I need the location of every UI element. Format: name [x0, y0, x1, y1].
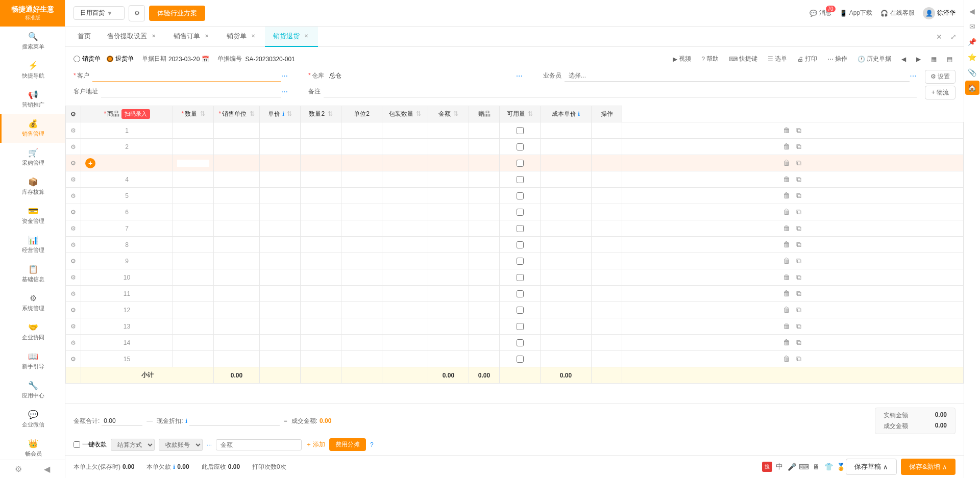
cost-price-cell[interactable] [592, 253, 622, 269]
row-settings-icon[interactable]: ⚙ [70, 160, 76, 167]
sales-unit-cell[interactable] [260, 204, 301, 220]
unit2-cell[interactable] [382, 335, 428, 351]
gift-checkbox[interactable] [517, 323, 524, 330]
quantity-cell[interactable] [214, 351, 260, 367]
radio-return[interactable]: 退货单 [107, 55, 134, 63]
product-cell[interactable] [173, 318, 214, 335]
unit-price-cell[interactable] [301, 351, 341, 367]
amount-cell[interactable] [469, 171, 500, 188]
salesperson-input[interactable] [565, 70, 910, 82]
quantity2-sort-icon[interactable]: ⇅ [328, 110, 333, 117]
available-cell[interactable] [541, 155, 592, 171]
sales-unit-sort-icon[interactable]: ⇅ [250, 110, 255, 117]
customer-dots-icon[interactable]: ··· [281, 71, 288, 81]
pack-qty-cell[interactable] [428, 122, 469, 139]
cost-price-cell[interactable] [592, 335, 622, 351]
copy-row-button[interactable]: ⧉ [794, 207, 804, 217]
unit-price-cell[interactable] [301, 286, 341, 302]
available-cell[interactable] [541, 220, 592, 237]
unit-price-cell[interactable] [301, 253, 341, 269]
fee-split-info-icon[interactable]: ? [370, 441, 374, 448]
right-panel-item-2[interactable]: 📌 [965, 35, 979, 49]
sidebar-item-采购管理[interactable]: 🛒采购管理 [0, 143, 65, 172]
copy-row-button[interactable]: ⧉ [794, 354, 804, 364]
sidebar-item-销售管理[interactable]: 💰销售管理 [0, 114, 65, 143]
quantity-cell[interactable] [214, 188, 260, 204]
prev-record-btn[interactable]: ◀ [898, 54, 909, 64]
row-settings-icon[interactable]: ⚙ [70, 176, 76, 183]
sales-unit-cell[interactable] [260, 286, 301, 302]
sales-unit-cell[interactable] [260, 122, 301, 139]
unit-price-sort-icon[interactable]: ⇅ [287, 110, 292, 117]
copy-row-button[interactable]: ⧉ [794, 191, 804, 201]
gift-checkbox[interactable] [517, 143, 524, 150]
available-cell[interactable] [541, 188, 592, 204]
gift-checkbox[interactable] [517, 225, 524, 232]
pack-qty-sort-icon[interactable]: ⇅ [416, 110, 421, 117]
radio-sale-input[interactable] [74, 56, 80, 62]
product-cell[interactable] [173, 122, 214, 139]
product-cell[interactable] [173, 188, 214, 204]
save-new-button[interactable]: 保存&新增 ∧ [901, 459, 955, 475]
online-service-item[interactable]: 🎧 在线客服 [880, 9, 915, 17]
unit2-cell[interactable] [382, 318, 428, 335]
delete-row-button[interactable]: 🗑 [781, 174, 792, 184]
quantity-cell[interactable] [214, 171, 260, 188]
unit2-cell[interactable] [382, 302, 428, 318]
cost-price-cell[interactable] [592, 188, 622, 204]
unit2-cell[interactable] [382, 171, 428, 188]
account-num-select[interactable]: 收款账号 [159, 439, 203, 451]
unit-price-cell[interactable] [301, 188, 341, 204]
available-cell[interactable] [541, 122, 592, 139]
sales-unit-cell[interactable] [260, 237, 301, 253]
one-key-collect-checkbox[interactable] [74, 441, 80, 448]
sidebar-item-经营管理[interactable]: 📊经营管理 [0, 230, 65, 259]
user-info[interactable]: 👤 徐泽华 [923, 7, 955, 19]
cost-price-info-icon[interactable]: ℹ [578, 111, 580, 117]
radio-sale[interactable]: 销货单 [74, 55, 101, 63]
sidebar-item-基础信息[interactable]: 📋基础信息 [0, 259, 65, 288]
quantity-sort-icon[interactable]: ⇅ [200, 110, 205, 117]
view-table-btn[interactable]: ▤ [944, 54, 955, 64]
pack-qty-cell[interactable] [428, 286, 469, 302]
cost-price-cell[interactable] [592, 122, 622, 139]
tab-4[interactable]: 销货退货✕ [265, 27, 318, 47]
row-settings-icon[interactable]: ⚙ [70, 274, 76, 281]
tab-0[interactable]: 首页 [69, 27, 99, 47]
shortcut-btn[interactable]: ⌨ 快捷键 [726, 53, 761, 65]
settings-action-btn[interactable]: ⚙ 设置 [925, 70, 955, 84]
delete-row-button[interactable]: 🗑 [781, 288, 792, 298]
tab-close-2[interactable]: ✕ [203, 33, 210, 39]
unit-price-cell[interactable] [301, 204, 341, 220]
quantity2-cell[interactable] [341, 188, 382, 204]
amount-cell[interactable] [469, 318, 500, 335]
radio-return-input[interactable] [107, 56, 113, 62]
close-tab-button[interactable]: ✕ [933, 31, 945, 43]
unit-price-cell[interactable] [301, 155, 341, 171]
unit-price-cell[interactable] [301, 318, 341, 335]
customer-address-input[interactable] [101, 86, 281, 97]
pack-qty-cell[interactable] [428, 188, 469, 204]
unit-price-cell[interactable] [301, 220, 341, 237]
experience-button[interactable]: 体验行业方案 [149, 6, 205, 21]
quantity-cell[interactable] [214, 286, 260, 302]
row-settings-icon[interactable]: ⚙ [70, 339, 76, 346]
pack-qty-cell[interactable] [428, 139, 469, 155]
copy-row-button[interactable]: ⧉ [794, 158, 804, 168]
sales-unit-cell[interactable] [260, 220, 301, 237]
amount-cell[interactable] [469, 122, 500, 139]
unit2-cell[interactable] [382, 155, 428, 171]
current-debt-info-icon[interactable]: ℹ [173, 464, 175, 470]
sidebar-item-资金管理[interactable]: 💳资金管理 [0, 201, 65, 230]
customer-input[interactable] [92, 70, 281, 82]
unit2-cell[interactable] [382, 122, 428, 139]
pack-qty-cell[interactable] [428, 253, 469, 269]
delete-row-button[interactable]: 🗑 [781, 272, 792, 282]
sidebar-settings-icon[interactable]: ⚙ [15, 464, 22, 474]
gift-checkbox[interactable] [517, 127, 524, 134]
sales-unit-cell[interactable] [260, 302, 301, 318]
sidebar-item-快捷导航[interactable]: ⚡快捷导航 [0, 56, 65, 85]
monitor-icon[interactable]: 🖥 [811, 462, 821, 472]
copy-row-button[interactable]: ⧉ [794, 142, 804, 152]
th-settings[interactable]: ⚙ [66, 106, 81, 122]
